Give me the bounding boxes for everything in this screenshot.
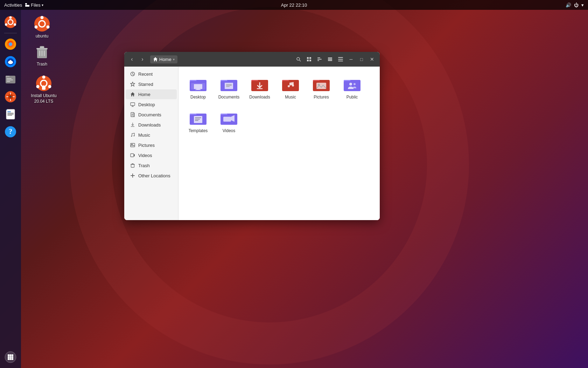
activities-button[interactable]: Activities bbox=[4, 2, 22, 8]
file-icon-public[interactable]: Public bbox=[338, 72, 366, 103]
files-menu-icon bbox=[25, 2, 30, 7]
svg-point-12 bbox=[8, 61, 13, 64]
svg-point-19 bbox=[9, 96, 12, 98]
sidebar-item-documents[interactable]: Documents bbox=[126, 110, 177, 120]
recent-icon bbox=[130, 71, 135, 76]
grid-view-button[interactable] bbox=[304, 54, 314, 64]
forward-button[interactable]: › bbox=[138, 54, 147, 64]
dock-item-help[interactable]: ? bbox=[2, 124, 19, 140]
sidebar-item-starred[interactable]: Starred bbox=[126, 79, 177, 89]
svg-rect-73 bbox=[338, 61, 343, 61]
svg-point-86 bbox=[134, 135, 135, 136]
sidebar-item-downloads[interactable]: Downloads bbox=[126, 120, 177, 130]
search-button[interactable] bbox=[294, 54, 303, 64]
ubuntu-logo-icon bbox=[34, 15, 50, 32]
downloads-sidebar-icon bbox=[130, 122, 135, 128]
sidebar-item-music[interactable]: Music bbox=[126, 130, 177, 140]
sidebar-item-other-locations[interactable]: Other Locations bbox=[126, 171, 177, 180]
sidebar-item-recent[interactable]: Recent bbox=[126, 69, 177, 79]
svg-rect-39 bbox=[10, 358, 12, 360]
dock-item-libreoffice[interactable] bbox=[2, 106, 19, 122]
svg-rect-119 bbox=[195, 117, 201, 118]
dock-item-firefox[interactable] bbox=[2, 36, 19, 52]
music-folder-label: Music bbox=[285, 95, 296, 100]
settings-icon[interactable]: ▾ bbox=[581, 2, 584, 8]
desktop: Activities Files ▾ Apr 22 22:10 🔊 ⏻ ▾ bbox=[0, 0, 588, 368]
dock-item-show-apps[interactable] bbox=[2, 349, 19, 365]
svg-point-5 bbox=[5, 23, 7, 26]
thunderbird-icon bbox=[4, 55, 17, 68]
svg-rect-35 bbox=[8, 356, 9, 358]
sidebar-documents-label: Documents bbox=[138, 112, 161, 117]
svg-rect-16 bbox=[7, 81, 10, 82]
ubuntu-logo-label: ubuntu bbox=[36, 34, 49, 39]
public-folder-label: Public bbox=[346, 95, 358, 100]
dock-item-rhythmbox[interactable] bbox=[2, 89, 19, 105]
svg-rect-26 bbox=[7, 113, 14, 114]
list-view-icon bbox=[328, 57, 332, 62]
svg-point-4 bbox=[9, 16, 12, 19]
templates-folder-icon bbox=[189, 109, 207, 127]
sidebar-videos-label: Videos bbox=[138, 153, 152, 158]
svg-rect-97 bbox=[194, 84, 202, 89]
svg-point-6 bbox=[14, 23, 16, 26]
install-ubuntu-label: Install Ubuntu 20.04 LTS bbox=[31, 93, 56, 104]
file-icon-videos[interactable]: Videos bbox=[215, 106, 243, 137]
dock-item-files[interactable] bbox=[2, 71, 19, 87]
svg-point-110 bbox=[292, 84, 294, 87]
pictures-sidebar-icon bbox=[130, 142, 135, 148]
close-button[interactable]: ✕ bbox=[367, 54, 377, 64]
file-icon-downloads[interactable]: Downloads bbox=[246, 72, 274, 103]
firefox-icon bbox=[4, 38, 17, 50]
svg-rect-20 bbox=[10, 93, 11, 95]
power-icon[interactable]: ⏻ bbox=[574, 2, 579, 8]
svg-rect-101 bbox=[225, 83, 233, 89]
desktop-icon-trash[interactable]: Trash bbox=[28, 42, 56, 69]
svg-rect-71 bbox=[338, 57, 343, 58]
file-icon-pictures[interactable]: Pictures bbox=[307, 72, 335, 103]
svg-rect-72 bbox=[338, 59, 343, 60]
svg-rect-49 bbox=[39, 50, 40, 56]
minimize-button[interactable]: – bbox=[346, 54, 356, 64]
desktop-icon-ubuntu[interactable]: ubuntu bbox=[28, 14, 56, 41]
svg-rect-108 bbox=[282, 80, 299, 91]
dock-item-ubuntu[interactable] bbox=[2, 14, 19, 30]
svg-rect-22 bbox=[6, 96, 8, 97]
file-icon-music[interactable]: Music bbox=[276, 72, 304, 103]
path-dropdown-icon[interactable]: ▾ bbox=[173, 57, 175, 61]
svg-point-116 bbox=[354, 83, 356, 85]
menu-button[interactable] bbox=[336, 54, 345, 64]
maximize-button[interactable]: □ bbox=[357, 54, 366, 64]
files-menu[interactable]: Files ▾ bbox=[25, 2, 43, 8]
sidebar-item-home[interactable]: Home bbox=[126, 89, 177, 99]
files-icon bbox=[4, 73, 17, 86]
file-icon-desktop[interactable]: Desktop bbox=[184, 72, 212, 103]
documents-folder-label: Documents bbox=[218, 95, 240, 100]
svg-rect-76 bbox=[131, 103, 135, 105]
titlebar-path[interactable]: Home ▾ bbox=[150, 55, 177, 63]
hamburger-icon bbox=[338, 57, 343, 61]
dock-item-thunderbird[interactable] bbox=[2, 54, 19, 70]
svg-point-43 bbox=[41, 16, 44, 19]
videos-folder-label: Videos bbox=[223, 128, 235, 134]
desktop-icon-install-ubuntu[interactable]: Install Ubuntu 20.04 LTS bbox=[28, 74, 59, 105]
window-titlebar: ‹ › Home ▾ bbox=[124, 52, 380, 67]
topbar: Activities Files ▾ Apr 22 22:10 🔊 ⏻ ▾ bbox=[0, 0, 588, 10]
file-icon-templates[interactable]: Templates bbox=[184, 106, 212, 137]
svg-rect-15 bbox=[7, 80, 13, 80]
back-button[interactable]: ‹ bbox=[127, 54, 137, 64]
sidebar-item-videos[interactable]: Videos bbox=[126, 150, 177, 160]
desktop-icon-svg bbox=[130, 102, 135, 107]
svg-rect-67 bbox=[317, 60, 319, 61]
volume-icon[interactable]: 🔊 bbox=[566, 2, 571, 8]
file-area: Desktop Documents bbox=[178, 67, 380, 220]
sidebar-item-trash[interactable]: Trash bbox=[126, 161, 177, 170]
file-icon-documents[interactable]: Documents bbox=[215, 72, 243, 103]
sort-button[interactable] bbox=[315, 54, 324, 64]
sidebar-item-desktop[interactable]: Desktop bbox=[126, 100, 177, 109]
sidebar-item-pictures[interactable]: Pictures bbox=[126, 140, 177, 150]
svg-point-59 bbox=[297, 57, 300, 60]
topbar-datetime: Apr 22 22:10 bbox=[281, 2, 307, 8]
desktop-sidebar-icon bbox=[130, 102, 135, 107]
list-view-button[interactable] bbox=[325, 54, 335, 64]
